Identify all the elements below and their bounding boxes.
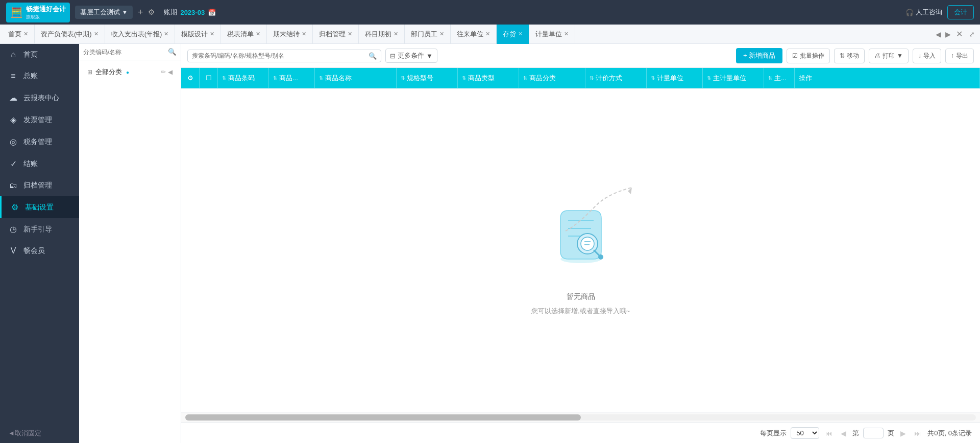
sidebar-item-结账[interactable]: ✓ 结账 <box>0 153 79 175</box>
category-search-input[interactable] <box>83 49 166 56</box>
th-main-unit[interactable]: ⇅ 主计量单位 <box>703 68 764 88</box>
th-type[interactable]: ⇅ 商品类型 <box>458 68 519 88</box>
sidebar-label-税务管理: 税务管理 <box>23 137 52 147</box>
sidebar-item-税务管理[interactable]: ◎ 税务管理 <box>0 131 79 153</box>
th-spec[interactable]: ⇅ 规格型号 <box>397 68 458 88</box>
settings-icon[interactable]: ⚙ <box>148 8 155 17</box>
sidebar-item-首页[interactable]: ⌂ 首页 <box>0 44 79 65</box>
tab-税表清单[interactable]: 税表清单✕ <box>221 25 267 44</box>
th-checkbox[interactable]: ☐ <box>200 68 218 88</box>
tree-edit-btn[interactable]: ✏ <box>161 68 166 76</box>
tab-close-icon[interactable]: ✕ <box>210 31 214 37</box>
th-name-label: 商品名称 <box>325 74 352 83</box>
tab-科目期初[interactable]: 科目期初✕ <box>359 25 405 44</box>
print-btn[interactable]: 🖨 打印 ▼ <box>869 49 909 63</box>
tab-往来单位[interactable]: 往来单位✕ <box>451 25 497 44</box>
expand-btn[interactable]: ⤢ <box>966 29 978 39</box>
th-col3[interactable]: ⇅ 主... <box>764 68 795 88</box>
sidebar-item-基础设置[interactable]: ⚙ 基础设置 <box>0 196 79 218</box>
tabs-next-btn[interactable]: ▶ <box>943 29 953 39</box>
customer-service-btn[interactable]: 🎧 人工咨询 <box>905 8 942 17</box>
hscrollbar-thumb[interactable] <box>185 414 581 421</box>
sidebar-item-发票管理[interactable]: ◈ 发票管理 <box>0 109 79 131</box>
tab-close-icon[interactable]: ✕ <box>518 31 523 37</box>
new-product-btn[interactable]: + 新增商品 <box>736 48 782 63</box>
category-search: 🔍 <box>79 44 181 60</box>
hscrollbar-track[interactable] <box>185 414 976 421</box>
tab-close-icon[interactable]: ✕ <box>302 31 306 37</box>
sort-icon: ⇅ <box>707 75 711 81</box>
page-number-input[interactable]: 1 <box>863 428 884 438</box>
product-search-box: 🔍 <box>187 50 381 62</box>
tabs-list: 首页✕资产负债表(中期)✕收入支出表(年报)✕模版设计✕税表清单✕期末结转✕归档… <box>2 25 934 44</box>
sort-icon: ⇅ <box>222 75 226 81</box>
th-code[interactable]: ⇅ 商品... <box>269 68 315 88</box>
sidebar-item-畅会员[interactable]: V 畅会员 <box>0 240 79 262</box>
tab-部门员工[interactable]: 部门员工✕ <box>405 25 451 44</box>
company-selector[interactable]: 基层工会测试 ▼ <box>75 6 133 19</box>
svg-point-8 <box>598 254 603 260</box>
tab-首页[interactable]: 首页✕ <box>2 25 35 44</box>
tab-label: 税表清单 <box>227 30 254 39</box>
th-name[interactable]: ⇅ 商品名称 <box>315 68 397 88</box>
batch-ops-btn[interactable]: ☑ 批量操作 <box>787 49 830 63</box>
move-btn[interactable]: ⇅ 移动 <box>834 49 865 63</box>
tab-close-icon[interactable]: ✕ <box>164 31 168 37</box>
sidebar-item-云报表中心[interactable]: ☁ 云报表中心 <box>0 87 79 109</box>
tab-收入支出表(年报)[interactable]: 收入支出表(年报)✕ <box>105 25 176 44</box>
tab-资产负债表(中期)[interactable]: 资产负债表(中期)✕ <box>35 25 105 44</box>
logo-sub: 旗舰版 <box>26 14 66 20</box>
th-price-label: 计价方式 <box>596 74 622 83</box>
export-btn[interactable]: ↑ 导出 <box>945 49 974 63</box>
print-label: 打印 <box>883 52 895 60</box>
tree-collapse-btn[interactable]: ◀ <box>168 68 173 76</box>
tab-close-icon[interactable]: ✕ <box>348 31 352 37</box>
tab-close-icon[interactable]: ✕ <box>94 31 99 37</box>
th-price[interactable]: ⇅ 计价方式 <box>585 68 647 88</box>
pagination-bar: 每页显示 50 10 20 100 ⏮ ◀ 第 1 页 ▶ ⏭ 共0页, 0条记… <box>181 423 980 443</box>
tab-归档管理[interactable]: 归档管理✕ <box>313 25 359 44</box>
tab-期末结转[interactable]: 期末结转✕ <box>267 25 313 44</box>
next-page-btn[interactable]: ▶ <box>898 428 908 438</box>
tab-close-icon[interactable]: ✕ <box>439 31 444 37</box>
product-search-input[interactable] <box>192 52 366 59</box>
page-size-select[interactable]: 50 10 20 100 <box>791 427 819 439</box>
th-category[interactable]: ⇅ 商品分类 <box>519 68 585 88</box>
tab-label: 收入支出表(年报) <box>111 30 162 39</box>
account-button[interactable]: 会计 <box>947 5 974 19</box>
calendar-icon[interactable]: 📅 <box>208 9 216 16</box>
th-unit[interactable]: ⇅ 计量单位 <box>647 68 703 88</box>
tab-close-icon[interactable]: ✕ <box>23 31 28 37</box>
prev-page-btn[interactable]: ◀ <box>839 428 848 438</box>
tab-模版设计[interactable]: 模版设计✕ <box>175 25 221 44</box>
sidebar-icon-首页: ⌂ <box>8 50 18 59</box>
last-page-btn[interactable]: ⏭ <box>912 428 923 438</box>
import-btn[interactable]: ↓ 导入 <box>913 49 941 63</box>
tabs-prev-btn[interactable]: ◀ <box>934 29 943 39</box>
period-label: 账期 <box>164 8 177 17</box>
tab-close-icon[interactable]: ✕ <box>564 31 569 37</box>
th-settings[interactable]: ⚙ <box>181 68 200 88</box>
first-page-btn[interactable]: ⏮ <box>823 428 835 438</box>
tab-close-icon[interactable]: ✕ <box>485 31 490 37</box>
checkbox-icon: ☐ <box>206 74 212 82</box>
category-search-btn[interactable]: 🔍 <box>168 48 177 56</box>
search-icon[interactable]: 🔍 <box>369 52 377 60</box>
tab-label: 部门员工 <box>411 30 437 39</box>
tab-计量单位[interactable]: 计量单位✕ <box>529 25 575 44</box>
add-company-btn[interactable]: + <box>138 7 143 18</box>
tab-label: 存货 <box>503 30 516 39</box>
empty-subtitle: 您可以选择新增,或者直接导入哦~ <box>531 307 630 316</box>
sort-icon: ⇅ <box>768 75 772 81</box>
th-barcode[interactable]: ⇅ 商品条码 <box>218 68 269 88</box>
sidebar-item-归档管理[interactable]: 🗂 归档管理 <box>0 175 79 196</box>
tab-close-icon[interactable]: ✕ <box>256 31 260 37</box>
tab-存货[interactable]: 存货✕ <box>497 25 529 44</box>
tab-close-icon[interactable]: ✕ <box>394 31 398 37</box>
sidebar-item-总账[interactable]: ≡ 总账 <box>0 65 79 87</box>
sidebar-collapse-btn[interactable]: ◄取消固定 <box>0 424 79 443</box>
tree-item-all[interactable]: ⊞ 全部分类 ● ✏ ◀ <box>83 64 177 80</box>
more-conditions-btn[interactable]: ⊟ 更多条件 ▼ <box>385 49 437 63</box>
sidebar-item-新手引导[interactable]: ◷ 新手引导 <box>0 218 79 240</box>
close-all-tabs-btn[interactable]: ✕ <box>953 28 966 40</box>
